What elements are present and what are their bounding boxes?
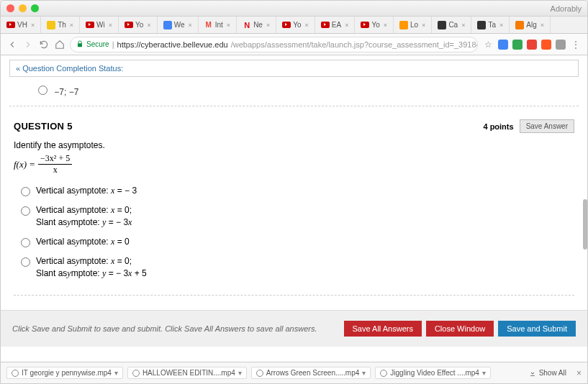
- tab-close-icon[interactable]: ×: [422, 22, 425, 29]
- option-text: Vertical asymptote: x = 0;Slant asymptot…: [36, 205, 132, 228]
- youtube-icon: [6, 21, 15, 29]
- browser-tab[interactable]: Yo×: [355, 17, 394, 33]
- tab-close-icon[interactable]: ×: [540, 22, 544, 29]
- tab-label: We: [174, 21, 185, 29]
- question-header: QUESTION 5 4 points Save Answer: [14, 119, 574, 133]
- maximize-window-button[interactable]: [31, 4, 39, 12]
- star-icon[interactable]: ☆: [482, 39, 494, 50]
- browser-tab[interactable]: We×: [158, 17, 199, 33]
- status-link[interactable]: Question Completion Status:: [16, 64, 123, 73]
- save-all-answers-button[interactable]: Save All Answers: [344, 321, 422, 337]
- extension-icon[interactable]: [498, 40, 508, 50]
- scrollbar-thumb[interactable]: [583, 199, 587, 250]
- forward-icon[interactable]: [22, 39, 34, 50]
- tab-close-icon[interactable]: ×: [384, 22, 387, 29]
- browser-tab[interactable]: MInt×: [199, 17, 237, 33]
- chevron-down-icon[interactable]: ▾: [238, 369, 242, 377]
- browser-tab[interactable]: Yo×: [276, 17, 315, 33]
- tab-close-icon[interactable]: ×: [266, 22, 270, 29]
- site-icon: [399, 21, 408, 29]
- option-line: Vertical asymptote: x = − 3: [36, 186, 137, 196]
- option-radio[interactable]: [21, 257, 30, 267]
- tab-label: Alg: [526, 21, 536, 29]
- prev-option-radio[interactable]: [38, 86, 48, 95]
- tab-label: Yo: [135, 21, 143, 29]
- download-item[interactable]: HALLOWEEN EDITIN....mp4▾: [127, 367, 247, 379]
- question-completion-status: Question Completion Status:: [9, 60, 579, 77]
- download-item[interactable]: Arrows Green Screen.....mp4▾: [251, 367, 371, 379]
- traffic-lights: [6, 4, 39, 12]
- menu-icon[interactable]: ⋮: [570, 39, 582, 50]
- tab-close-icon[interactable]: ×: [227, 22, 230, 29]
- file-icon: [256, 370, 263, 377]
- tab-close-icon[interactable]: ×: [70, 22, 73, 29]
- youtube-icon: [361, 21, 369, 29]
- browser-tab[interactable]: Th×: [41, 17, 80, 33]
- browser-tab[interactable]: Ca×: [432, 17, 471, 33]
- back-icon[interactable]: [6, 39, 18, 50]
- site-icon: [515, 21, 524, 29]
- answer-options: Vertical asymptote: x = − 3Vertical asym…: [14, 186, 574, 279]
- answer-option: Vertical asymptote: x = 0: [21, 237, 574, 247]
- save-and-submit-button[interactable]: Save and Submit: [498, 321, 576, 337]
- tab-label: EA: [332, 21, 341, 29]
- download-filename: Jiggling Video Effect ....mp4: [390, 369, 479, 377]
- tab-strip: VH×Th×Wi×Yo×We×MInt×NNe×Yo×EA×Yo×Lo×Ca×T…: [1, 17, 587, 34]
- titlebar-right-text: Adorably: [551, 4, 582, 13]
- browser-tab[interactable]: NNe×: [237, 17, 276, 33]
- tab-label: Int: [215, 21, 223, 29]
- option-line: Vertical asymptote: x = 0;: [36, 205, 132, 216]
- tab-close-icon[interactable]: ×: [31, 22, 35, 29]
- fx-label: f(x) =: [14, 159, 35, 170]
- download-item[interactable]: IT georgie y pennywise.mp4▾: [6, 367, 123, 379]
- site-icon: [163, 21, 172, 29]
- tab-close-icon[interactable]: ×: [109, 22, 112, 29]
- option-radio[interactable]: [21, 238, 30, 247]
- tab-label: Ca: [448, 21, 458, 29]
- minimize-window-button[interactable]: [19, 4, 27, 12]
- close-window-button-footer[interactable]: Close Window: [426, 321, 494, 337]
- browser-tab[interactable]: Alg×: [510, 17, 551, 33]
- tab-close-icon[interactable]: ×: [345, 22, 348, 29]
- extension-icon[interactable]: [527, 40, 537, 50]
- browser-window: Adorably VH×Th×Wi×Yo×We×MInt×NNe×Yo×EA×Y…: [0, 0, 588, 384]
- tab-close-icon[interactable]: ×: [147, 22, 150, 29]
- extension-icon[interactable]: [541, 40, 551, 50]
- browser-tab[interactable]: Yo×: [119, 17, 158, 33]
- chevron-down-icon[interactable]: ▾: [114, 369, 118, 377]
- answer-option: Vertical asymptote: x = 0;Slant asymptot…: [21, 205, 574, 228]
- show-all-downloads[interactable]: Show All: [529, 369, 566, 377]
- option-radio[interactable]: [21, 206, 30, 216]
- tab-close-icon[interactable]: ×: [305, 22, 309, 29]
- browser-tab[interactable]: Wi×: [80, 17, 119, 33]
- downloads-bar: IT georgie y pennywise.mp4▾HALLOWEEN EDI…: [1, 362, 587, 383]
- chevron-down-icon[interactable]: ▾: [362, 369, 366, 377]
- option-text: Vertical asymptote: x = 0: [36, 237, 130, 247]
- close-window-button[interactable]: [6, 4, 14, 12]
- download-filename: HALLOWEEN EDITIN....mp4: [143, 369, 235, 377]
- extension-icon[interactable]: [512, 40, 523, 50]
- extension-icon[interactable]: [556, 40, 566, 50]
- browser-tab[interactable]: Lo×: [394, 17, 432, 33]
- download-item[interactable]: Jiggling Video Effect ....mp4▾: [375, 367, 491, 379]
- address-bar[interactable]: Secure | https://cyberactive.bellevue.ed…: [70, 37, 478, 52]
- download-filename: Arrows Green Screen.....mp4: [266, 369, 360, 377]
- youtube-icon: [125, 21, 133, 29]
- file-icon: [132, 370, 140, 377]
- tab-close-icon[interactable]: ×: [188, 22, 191, 29]
- answer-option: Vertical asymptote: x = − 3: [21, 186, 574, 196]
- browser-tab[interactable]: VH×: [1, 17, 41, 33]
- option-radio[interactable]: [21, 187, 30, 196]
- reload-icon[interactable]: [38, 39, 50, 50]
- tab-close-icon[interactable]: ×: [499, 22, 503, 29]
- close-downloads-icon[interactable]: ×: [576, 368, 582, 378]
- url-path: /webapps/assessment/take/launch.jsp?cour…: [231, 40, 478, 49]
- save-answer-button[interactable]: Save Answer: [520, 119, 574, 133]
- home-icon[interactable]: [54, 39, 65, 50]
- browser-tab[interactable]: EA×: [315, 17, 356, 33]
- question-points: 4 points: [483, 122, 513, 131]
- tab-close-icon[interactable]: ×: [461, 22, 465, 29]
- numerator: −3x² + 5: [38, 153, 72, 165]
- browser-tab[interactable]: Ta×: [471, 17, 510, 33]
- chevron-down-icon[interactable]: ▾: [482, 369, 486, 377]
